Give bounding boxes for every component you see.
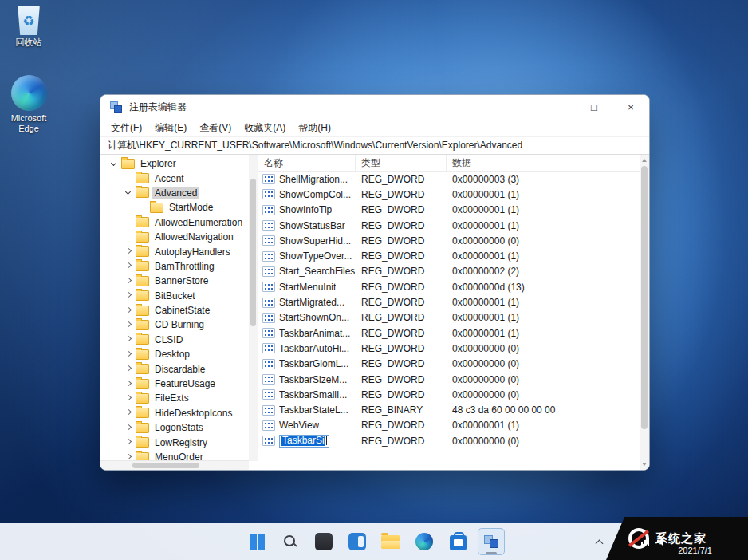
maximize-button[interactable]: □ — [576, 95, 612, 119]
chevron-placeholder — [123, 231, 135, 243]
tree-item-CLSID[interactable]: CLSID — [100, 333, 249, 347]
value-row-ShowStatusBar[interactable]: ShowStatusBarREG_DWORD0x00000001 (1) — [258, 218, 640, 233]
chevron-down-icon[interactable] — [108, 158, 120, 170]
value-row-TaskbarSizeM[interactable]: TaskbarSizeM...REG_DWORD0x00000000 (0) — [258, 372, 640, 387]
address-bar[interactable]: 计算机\HKEY_CURRENT_USER\Software\Microsoft… — [100, 136, 649, 155]
tree-item-BitBucket[interactable]: BitBucket — [100, 289, 249, 303]
chevron-right-icon[interactable] — [123, 333, 135, 345]
value-row-ShowSuperHid[interactable]: ShowSuperHid...REG_DWORD0x00000000 (0) — [258, 233, 640, 248]
start-button[interactable] — [243, 528, 270, 555]
dword-icon — [262, 251, 275, 262]
tray-icons[interactable] — [641, 538, 665, 546]
value-row-Start_SearchFiles[interactable]: Start_SearchFilesREG_DWORD0x00000002 (2) — [258, 264, 640, 279]
tree-item-AllowedNavigation[interactable]: AllowedNavigation — [100, 230, 249, 244]
tree-item-CabinetState[interactable]: CabinetState — [100, 303, 249, 317]
search-button[interactable] — [277, 528, 304, 555]
list-vertical-scrollbar[interactable] — [640, 155, 649, 470]
scroll-up-icon[interactable] — [642, 159, 647, 162]
edge-shortcut[interactable]: Microsoft Edge — [0, 75, 57, 134]
value-row-TaskbarSmallI[interactable]: TaskbarSmallI...REG_DWORD0x00000000 (0) — [258, 387, 640, 402]
list-vscroll-thumb[interactable] — [641, 166, 648, 429]
network-icon[interactable] — [641, 538, 650, 546]
value-row-TaskbarStateL[interactable]: TaskbarStateL...REG_BINARY48 c3 da 60 00… — [258, 402, 640, 417]
value-row-ShowInfoTip[interactable]: ShowInfoTipREG_DWORD0x00000001 (1) — [258, 203, 640, 218]
menu-item-0[interactable]: 文件(F) — [104, 120, 148, 136]
value-row-TaskbarGlomL[interactable]: TaskbarGlomL...REG_DWORD0x00000000 (0) — [258, 357, 640, 372]
edge-taskbar-button[interactable] — [411, 528, 438, 555]
tree-item-LogonStats[interactable]: LogonStats — [100, 420, 249, 435]
scroll-down-icon[interactable] — [642, 463, 647, 466]
menu-item-4[interactable]: 帮助(H) — [292, 120, 337, 136]
tree-item-Discardable[interactable]: Discardable — [100, 361, 249, 376]
value-row-TaskbarAutoHi[interactable]: TaskbarAutoHi...REG_DWORD0x00000000 (0) — [258, 341, 640, 356]
chevron-right-icon[interactable] — [123, 422, 135, 434]
menu-item-2[interactable]: 查看(V) — [193, 120, 238, 136]
console-button[interactable] — [310, 528, 337, 555]
tree-item-FeatureUsage[interactable]: FeatureUsage — [100, 377, 249, 391]
chevron-right-icon[interactable] — [123, 363, 135, 375]
tree-item-CD-Burning[interactable]: CD Burning — [100, 317, 249, 332]
chevron-right-icon[interactable] — [123, 392, 135, 404]
recycle-bin-shortcut[interactable]: ♻ 回收站 — [0, 6, 57, 48]
tree-item-Explorer[interactable]: Explorer — [100, 156, 249, 171]
tree-item-AllowedEnumeration[interactable]: AllowedEnumeration — [100, 215, 249, 230]
value-data: 0x00000001 (1) — [447, 420, 640, 431]
title-bar[interactable]: 注册表编辑器 – □ × — [100, 95, 649, 119]
store-button[interactable] — [444, 528, 471, 555]
rename-input[interactable]: TaskbarSi — [279, 435, 329, 448]
folder-icon — [136, 290, 149, 301]
tree-vertical-scrollbar[interactable] — [249, 155, 258, 461]
minimize-button[interactable]: – — [539, 95, 576, 119]
desktop: ♻ 回收站 Microsoft Edge 注册表编辑器 – □ × 文件(F)编… — [0, 0, 748, 560]
value-row-WebView[interactable]: WebViewREG_DWORD0x00000001 (1) — [258, 418, 640, 433]
column-header-1[interactable]: 类型 — [356, 155, 447, 171]
close-button[interactable]: × — [612, 95, 649, 119]
tree-item-MenuOrder[interactable]: MenuOrder — [100, 450, 249, 461]
tree-item-BamThrottling[interactable]: BamThrottling — [100, 259, 249, 274]
value-row-ShowTypeOver[interactable]: ShowTypeOver...REG_DWORD0x00000001 (1) — [258, 248, 640, 263]
chevron-down-icon[interactable] — [123, 187, 135, 199]
tree-item-BannerStore[interactable]: BannerStore — [100, 274, 249, 288]
value-row-ShellMigration[interactable]: ShellMigration...REG_DWORD0x00000003 (3) — [258, 172, 640, 187]
tree-item-StartMode[interactable]: StartMode — [100, 200, 249, 215]
tree-hscroll-thumb[interactable] — [132, 463, 199, 468]
taskbar-clock[interactable]: 2021/7/1 — [678, 546, 712, 555]
column-header-2[interactable]: 数据 — [447, 155, 640, 171]
tree-item-LowRegistry[interactable]: LowRegistry — [100, 435, 249, 449]
file-explorer-button[interactable] — [377, 528, 404, 555]
value-row-TaskbarAnimat[interactable]: TaskbarAnimat...REG_DWORD0x00000001 (1) — [258, 325, 640, 341]
tree-item-Accent[interactable]: Accent — [100, 171, 249, 185]
value-row-TaskbarSi[interactable]: TaskbarSiREG_DWORD0x00000000 (0) — [258, 433, 640, 448]
tray-overflow-chevron-icon[interactable] — [596, 539, 603, 546]
tree-horizontal-scrollbar[interactable] — [100, 460, 249, 470]
value-row-ShowCompCol[interactable]: ShowCompCol...REG_DWORD0x00000001 (1) — [258, 187, 640, 202]
chevron-right-icon[interactable] — [123, 290, 135, 302]
value-row-StartShownOn[interactable]: StartShownOn...REG_DWORD0x00000001 (1) — [258, 310, 640, 325]
volume-icon[interactable] — [657, 538, 665, 546]
menu-item-1[interactable]: 编辑(E) — [148, 120, 193, 136]
chevron-right-icon[interactable] — [123, 319, 135, 331]
value-row-StartMigrated[interactable]: StartMigrated...REG_DWORD0x00000001 (1) — [258, 294, 640, 310]
tree-item-AutoplayHandlers[interactable]: AutoplayHandlers — [100, 244, 249, 258]
regedit-taskbar-button[interactable] — [478, 528, 505, 555]
chevron-right-icon[interactable] — [123, 260, 135, 272]
chevron-right-icon[interactable] — [123, 378, 135, 390]
tree-item-HideDesktopIcons[interactable]: HideDesktopIcons — [100, 406, 249, 420]
value-row-StartMenuInit[interactable]: StartMenuInitREG_DWORD0x0000000d (13) — [258, 279, 640, 294]
tree-item-label: LogonStats — [152, 421, 206, 434]
dword-icon — [262, 389, 275, 400]
menu-item-3[interactable]: 收藏夹(A) — [238, 120, 292, 136]
tree-vscroll-thumb[interactable] — [250, 179, 256, 326]
chevron-right-icon[interactable] — [123, 436, 135, 448]
chevron-right-icon[interactable] — [123, 246, 135, 258]
column-header-0[interactable]: 名称 — [258, 155, 356, 171]
tree-item-Desktop[interactable]: Desktop — [100, 347, 249, 361]
chevron-right-icon[interactable] — [123, 305, 135, 317]
tree-item-Advanced[interactable]: Advanced — [100, 186, 249, 200]
tree-item-FileExts[interactable]: FileExts — [100, 391, 249, 405]
chevron-right-icon[interactable] — [123, 275, 135, 287]
chevron-right-icon[interactable] — [123, 349, 135, 361]
chevron-right-icon[interactable] — [123, 407, 135, 419]
folder-icon — [136, 276, 149, 286]
task-view-button[interactable] — [344, 528, 371, 555]
